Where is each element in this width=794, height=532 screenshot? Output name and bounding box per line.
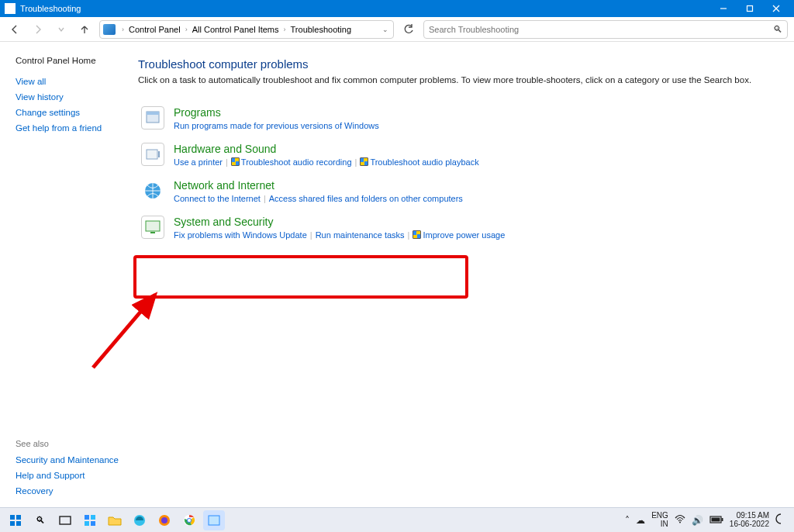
file-explorer-button[interactable] [104, 510, 126, 530]
svg-point-23 [161, 517, 167, 523]
category-system-security: System and Security Fix problems with Wi… [138, 211, 775, 247]
svg-rect-15 [16, 521, 21, 526]
onedrive-icon[interactable]: ☁ [636, 515, 645, 526]
svg-rect-20 [91, 521, 95, 526]
recent-locations-button[interactable] [53, 21, 70, 38]
breadcrumb-item[interactable]: Control Panel [129, 25, 181, 34]
taskbar: 🔍︎ ˄ ☁ ENGIN 🔊 09:15 AM16-06-2022 [0, 507, 794, 532]
search-input[interactable] [429, 25, 773, 34]
svg-rect-1 [747, 6, 753, 12]
window-title: Troubleshooting [20, 4, 81, 13]
minimize-button[interactable] [710, 0, 737, 17]
task-link[interactable]: Troubleshoot audio playback [370, 157, 478, 167]
search-box[interactable]: 🔍︎ [423, 20, 788, 39]
see-also-header: See also [16, 439, 121, 451]
refresh-button[interactable] [400, 21, 417, 38]
language-indicator[interactable]: ENGIN [651, 512, 668, 528]
control-panel-taskbar-button[interactable] [203, 510, 225, 530]
task-link[interactable]: Run programs made for previous versions … [174, 121, 379, 130]
see-also-recovery[interactable]: Recovery [16, 484, 121, 498]
svg-rect-7 [158, 151, 160, 157]
svg-point-28 [679, 522, 681, 523]
category-network-internet: Network and Internet Connect to the Inte… [138, 174, 775, 211]
wifi-icon[interactable] [675, 514, 685, 526]
breadcrumb-item[interactable]: Troubleshooting [291, 25, 351, 34]
svg-rect-14 [10, 521, 15, 526]
widgets-button[interactable] [79, 510, 101, 530]
chevron-right-icon: › [119, 26, 127, 33]
forward-button[interactable] [29, 21, 47, 38]
chevron-right-icon: › [182, 26, 191, 33]
sidebar-link-view-history[interactable]: View history [16, 90, 121, 104]
hardware-icon [141, 143, 164, 166]
start-button[interactable] [5, 510, 26, 530]
svg-rect-19 [85, 521, 89, 526]
app-icon [5, 3, 16, 14]
svg-rect-13 [16, 515, 21, 520]
task-link[interactable]: Access shared files and folders on other… [269, 194, 463, 203]
task-link[interactable]: Improve power usage [423, 230, 505, 240]
volume-icon[interactable]: 🔊 [692, 515, 703, 526]
category-title[interactable]: Hardware and Sound [174, 143, 772, 155]
see-also-help[interactable]: Help and Support [16, 468, 121, 482]
back-button[interactable] [6, 21, 23, 38]
svg-rect-9 [146, 221, 160, 231]
chrome-button[interactable] [178, 510, 200, 530]
svg-rect-16 [60, 516, 71, 524]
category-programs: Programs Run programs made for previous … [138, 102, 775, 138]
svg-rect-12 [10, 515, 15, 520]
svg-rect-31 [711, 517, 720, 521]
sidebar: Control Panel Home View all View history… [0, 42, 130, 507]
breadcrumb-item[interactable]: All Control Panel Items [192, 25, 279, 34]
task-link[interactable]: Run maintenance tasks [316, 230, 405, 240]
svg-rect-30 [721, 518, 723, 521]
chevron-right-icon: › [281, 26, 289, 33]
navbar: › Control Panel › All Control Panel Item… [0, 17, 794, 42]
firefox-button[interactable] [154, 510, 175, 530]
svg-rect-5 [147, 112, 159, 115]
svg-rect-18 [91, 515, 95, 520]
control-panel-home-link[interactable]: Control Panel Home [16, 56, 121, 65]
category-title[interactable]: Network and Internet [174, 179, 772, 192]
sidebar-link-get-help[interactable]: Get help from a friend [16, 121, 121, 135]
battery-icon[interactable] [709, 515, 723, 526]
network-icon [141, 179, 164, 202]
svg-point-26 [188, 519, 191, 522]
edge-button[interactable] [129, 510, 150, 530]
sidebar-link-change-settings[interactable]: Change settings [16, 105, 121, 119]
task-view-button[interactable] [54, 510, 76, 530]
system-tray: ˄ ☁ ENGIN 🔊 09:15 AM16-06-2022 [625, 512, 789, 528]
notifications-icon[interactable] [775, 513, 786, 527]
svg-rect-17 [85, 515, 89, 520]
main-panel: Troubleshoot computer problems Click on … [130, 42, 794, 507]
system-icon [141, 216, 164, 239]
sidebar-link-view-all[interactable]: View all [16, 74, 121, 88]
programs-icon [141, 106, 164, 130]
shield-icon [231, 157, 240, 166]
clock[interactable]: 09:15 AM16-06-2022 [730, 512, 769, 528]
chevron-down-icon[interactable]: ⌄ [382, 26, 388, 33]
task-link[interactable]: Troubleshoot audio recording [241, 157, 352, 167]
close-button[interactable] [763, 0, 789, 17]
shield-icon [413, 230, 421, 239]
search-icon[interactable]: 🔍︎ [773, 24, 782, 35]
taskbar-search-button[interactable]: 🔍︎ [29, 510, 51, 530]
shield-icon [360, 157, 368, 166]
page-title: Troubleshoot computer problems [138, 57, 775, 71]
task-link[interactable]: Use a printer [174, 157, 223, 167]
svg-rect-10 [150, 232, 155, 233]
page-subtitle: Click on a task to automatically trouble… [138, 75, 775, 85]
svg-rect-6 [147, 150, 157, 159]
up-button[interactable] [76, 21, 93, 38]
svg-rect-27 [209, 516, 219, 525]
tray-chevron-icon[interactable]: ˄ [625, 515, 630, 526]
task-link[interactable]: Connect to the Internet [174, 194, 261, 203]
see-also-security[interactable]: Security and Maintenance [16, 453, 121, 467]
window-titlebar: Troubleshooting [0, 0, 794, 17]
category-title[interactable]: System and Security [174, 216, 772, 228]
address-bar[interactable]: › Control Panel › All Control Panel Item… [99, 20, 394, 39]
task-link[interactable]: Fix problems with Windows Update [174, 230, 307, 240]
maximize-button[interactable] [737, 0, 763, 17]
category-hardware-sound: Hardware and Sound Use a printer | Troub… [138, 138, 775, 174]
category-title[interactable]: Programs [174, 106, 772, 119]
